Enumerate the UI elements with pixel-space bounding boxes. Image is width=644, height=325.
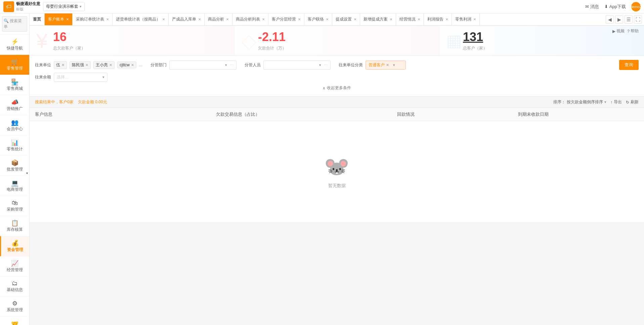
sidebar-item-marketing[interactable]: 📣 营销推广 bbox=[0, 95, 29, 115]
tab-purchase-order-stat[interactable]: 采购订单统计表 ✕ bbox=[73, 13, 113, 26]
home-tab-label: 首页 bbox=[33, 16, 41, 22]
tab-produce-in[interactable]: 产成品入库单 ✕ bbox=[169, 13, 205, 26]
tab-close-new-raise-plan[interactable]: ✕ bbox=[390, 17, 392, 21]
query-button[interactable]: 查询 bbox=[619, 60, 639, 70]
filter-tag-3[interactable]: 王小亮 ✕ bbox=[93, 61, 115, 69]
category-tag-1-close[interactable]: ✕ bbox=[386, 63, 389, 67]
stat-label-total-customers: 总客户（家） bbox=[463, 45, 487, 51]
message-btn[interactable]: ✉ 消息 bbox=[585, 4, 599, 10]
basic-info-icon: 🗂 bbox=[2, 280, 27, 287]
sidebar-item-basic-info[interactable]: 🗂 基础信息 bbox=[0, 277, 29, 296]
sidebar-item-inventory[interactable]: 📋 库存核算 bbox=[0, 216, 29, 236]
collapse-btn[interactable]: ∧ 收起更多条件 bbox=[323, 84, 351, 92]
marketing-icon: 📣 bbox=[2, 99, 27, 106]
stats-row: ¥ 16 总欠款客户（家） ◇ -2.11 欠款合计（万） ▦ bbox=[30, 26, 644, 56]
balance-select[interactable]: 选择... ▾ bbox=[54, 73, 108, 82]
tab-close-customer-contact[interactable]: ✕ bbox=[326, 17, 329, 21]
tab-menu[interactable]: ☰ bbox=[625, 15, 633, 24]
content-area: 首页 客户账本 ✕ 采购订单统计表 ✕ 进货单统计表（按商品） ✕ 产成品入库单… bbox=[30, 13, 644, 325]
refresh-icon: ↻ bbox=[626, 100, 629, 105]
tab-customer-segment[interactable]: 客户分层经营 ✕ bbox=[268, 13, 304, 26]
avatar[interactable]: demo2 bbox=[631, 2, 641, 11]
th-payment-status: 回款情况 bbox=[397, 111, 518, 117]
tab-close-raise-settings[interactable]: ✕ bbox=[354, 17, 356, 21]
sidebar-item-retail-mall[interactable]: 🏪 零售商城 bbox=[0, 75, 29, 95]
tab-close-profit-report[interactable]: ✕ bbox=[445, 17, 448, 21]
refresh-btn[interactable]: ↻ 刷新 bbox=[626, 99, 639, 105]
video-btn[interactable]: ▶ 视频 bbox=[612, 28, 625, 34]
tab-new-raise-plan[interactable]: 新增提成方案 ✕ bbox=[360, 13, 396, 26]
tab-profit-report[interactable]: 利润报告 ✕ bbox=[424, 13, 452, 26]
filter-tag-2[interactable]: 陈民强 ✕ bbox=[70, 61, 91, 69]
filter-tags-more[interactable]: ... bbox=[139, 63, 142, 67]
search-menu-btn[interactable]: 🔍 搜索菜单 bbox=[2, 16, 27, 32]
industry-label: 母婴行业演示帐套 bbox=[46, 4, 78, 9]
sidebar-item-member[interactable]: 👥 会员中心 bbox=[0, 115, 29, 136]
retail-mall-icon: 🏪 bbox=[2, 78, 27, 86]
tab-goods-in-stat[interactable]: 进货单统计表（按商品） ✕ bbox=[113, 13, 169, 26]
quick-nav-icon: ⚡ bbox=[2, 38, 27, 45]
sort-chevron-icon: ▾ bbox=[604, 100, 606, 104]
retail-icon: 🛒 bbox=[2, 58, 27, 66]
sidebar-item-wholesale[interactable]: 📦 批发管理 bbox=[0, 156, 29, 176]
sidebar-item-ecommerce[interactable]: 💻 电商管理 bbox=[0, 176, 29, 196]
dept-filter-label: 分管部门 bbox=[151, 62, 167, 68]
filter-tag-1[interactable]: 伍 ✕ bbox=[54, 61, 67, 69]
tab-raise-settings[interactable]: 提成设置 ✕ bbox=[332, 13, 360, 26]
sidebar-item-retail[interactable]: 🛒 零售管理 bbox=[0, 55, 29, 75]
main-layout: 🔍 搜索菜单 ⚡ 快捷导航 🛒 零售管理 🏪 零售商城 📣 营销推广 👥 会员中… bbox=[0, 13, 644, 325]
tab-close-customer-book[interactable]: ✕ bbox=[66, 17, 69, 21]
category-select[interactable]: 普通客户 ✕ ▾ bbox=[366, 61, 406, 70]
tab-close-goods-analysis-list[interactable]: ✕ bbox=[262, 17, 265, 21]
tabs-controls: ◀ ▶ ☰ ⛶ bbox=[604, 15, 644, 24]
filter-tag-4-close[interactable]: ✕ bbox=[131, 63, 134, 67]
sidebar-item-enterprise-coop[interactable]: 🤝 企业协同 bbox=[0, 317, 29, 325]
top-bar-left: 🏷 畅捷通好生意 标版 母婴行业演示帐套 ▾ bbox=[3, 1, 85, 12]
help-icon: ? bbox=[627, 29, 630, 34]
tab-goods-analysis[interactable]: 商品分析 ✕ bbox=[205, 13, 232, 26]
wholesale-icon: 📦 bbox=[2, 159, 27, 167]
sort-btn[interactable]: 排序： 按欠款金额倒序排序 ▾ bbox=[553, 99, 606, 105]
stat-credit-amount: ◇ -2.11 欠款合计（万） bbox=[234, 26, 439, 56]
tab-close-operation-status[interactable]: ✕ bbox=[418, 17, 420, 21]
filter-tag-4[interactable]: cjttcw ✕ bbox=[117, 62, 136, 68]
tab-close-goods-analysis[interactable]: ✕ bbox=[226, 17, 229, 21]
person-select[interactable]: ▾ ⋯ bbox=[263, 61, 331, 70]
tab-close-customer-segment[interactable]: ✕ bbox=[298, 17, 301, 21]
filter-tag-2-close[interactable]: ✕ bbox=[85, 63, 88, 67]
logo-icon: 🏷 bbox=[3, 1, 14, 12]
stat-label-credit-customers: 总欠款客户（家） bbox=[53, 45, 85, 51]
sidebar-item-system[interactable]: ⚙ 系统管理 bbox=[0, 296, 29, 317]
tab-fullscreen[interactable]: ⛶ bbox=[634, 15, 642, 24]
tab-customer-book[interactable]: 客户账本 ✕ bbox=[45, 13, 73, 26]
help-btn[interactable]: ? 帮助 bbox=[627, 28, 639, 34]
sidebar-item-purchase[interactable]: 🛍 采购管理 bbox=[0, 196, 29, 216]
sidebar: 🔍 搜索菜单 ⚡ 快捷导航 🛒 零售管理 🏪 零售商城 📣 营销推广 👥 会员中… bbox=[0, 13, 30, 325]
filter-tag-1-close[interactable]: ✕ bbox=[61, 63, 65, 67]
sidebar-item-finance[interactable]: 💰 资金管理 bbox=[0, 236, 29, 256]
tab-scroll-left[interactable]: ◀ bbox=[606, 15, 614, 24]
operation-icon: 📈 bbox=[2, 260, 27, 267]
tab-goods-analysis-list[interactable]: 商品分析列表 ✕ bbox=[232, 13, 268, 26]
sidebar-item-retail-stat[interactable]: 📊 零售统计 bbox=[0, 136, 29, 156]
tab-operation-status[interactable]: 经营情况 ✕ bbox=[396, 13, 424, 26]
dept-select[interactable]: ▾ ⋯ bbox=[169, 61, 237, 70]
industry-select[interactable]: 母婴行业演示帐套 ▾ bbox=[43, 2, 85, 11]
tab-close-goods-in[interactable]: ✕ bbox=[162, 17, 165, 21]
tab-retail-profit[interactable]: 零售利润 ✕ bbox=[452, 13, 480, 26]
tab-close-retail-profit[interactable]: ✕ bbox=[473, 17, 476, 21]
tab-home[interactable]: 首页 bbox=[30, 13, 45, 26]
unit-filter-label: 往来单位 bbox=[35, 62, 51, 68]
sidebar-item-quick-nav[interactable]: ⚡ 快捷导航 bbox=[0, 35, 29, 55]
export-btn[interactable]: ↑ 导出 bbox=[610, 99, 622, 105]
sidebar-item-operation[interactable]: 📈 经营管理 bbox=[0, 256, 29, 277]
app-download-btn[interactable]: ⬇ App下载 bbox=[604, 4, 626, 10]
category-tag-1[interactable]: 普通客户 ✕ bbox=[369, 62, 389, 68]
result-actions: 排序： 按欠款金额倒序排序 ▾ ↑ 导出 ↻ 刷新 bbox=[553, 99, 639, 105]
tab-close-purchase-order[interactable]: ✕ bbox=[106, 17, 109, 21]
tab-scroll-right[interactable]: ▶ bbox=[615, 15, 623, 24]
tab-customer-contact[interactable]: 客户联络 ✕ bbox=[304, 13, 332, 26]
empty-text: 暂无数据 bbox=[328, 183, 346, 189]
tab-close-produce-in[interactable]: ✕ bbox=[198, 17, 201, 21]
filter-tag-3-close[interactable]: ✕ bbox=[109, 63, 112, 67]
